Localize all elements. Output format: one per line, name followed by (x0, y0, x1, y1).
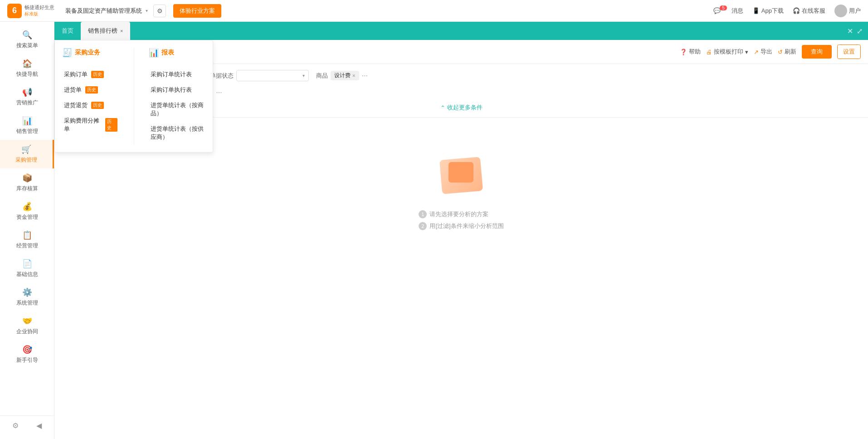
purchase-order-history[interactable]: 历史 (91, 71, 104, 78)
refresh-label: 刷新 (785, 48, 796, 56)
print-btn[interactable]: 🖨 按模板打印 ▾ (706, 48, 748, 56)
sidebar-item-sales[interactable]: 📊 销售管理 (0, 111, 54, 140)
sidebar-item-marketing[interactable]: 📢 营销推广 (0, 83, 54, 111)
collapse-filter-btn[interactable]: ⌃ 收起更多条件 (440, 104, 483, 112)
sidebar-label-system: 系统管理 (16, 299, 38, 307)
goods-filter: 商品 设计费 × ··· (316, 71, 368, 80)
status-label: 单据状态 (210, 72, 234, 80)
marketing-icon: 📢 (22, 87, 32, 97)
report-incoming-supplier-item[interactable]: 进货单统计表（按供应商） (149, 121, 206, 145)
refresh-btn[interactable]: ↺ 刷新 (778, 48, 796, 56)
report-order-exec-item[interactable]: 采购订单执行表 (149, 82, 206, 98)
purchase-incoming-history[interactable]: 历史 (85, 86, 98, 94)
set-button[interactable]: 设置 (837, 44, 861, 59)
purchase-return-item[interactable]: 进货退货 历史 (62, 98, 119, 113)
report-incoming-supplier-label: 进货单统计表（按供应商） (151, 125, 204, 141)
empty-icon (434, 154, 488, 199)
sidebar-item-search[interactable]: 🔍 搜索菜单 (0, 25, 54, 54)
guide-icon: 🎯 (22, 345, 32, 355)
empty-text: 1 请先选择要分析的方案 2 用[过滤]条件来缩小分析范围 (419, 208, 503, 232)
purchase-expense-history[interactable]: 历史 (105, 118, 117, 132)
logo-icon: 6 (7, 4, 22, 18)
sidebar-item-guide[interactable]: 🎯 新手引导 (0, 340, 54, 369)
collapse-btn[interactable]: ◀ (36, 421, 42, 430)
report-col-title: 报表 (161, 49, 174, 57)
system-dropdown-arrow[interactable]: ▾ (146, 8, 148, 13)
sidebar-item-operations[interactable]: 📋 经营管理 (0, 226, 54, 254)
sidebar-label-purchase: 采购管理 (15, 156, 37, 164)
online-service-label: 在线客服 (802, 7, 825, 15)
report-order-stat-label: 采购订单统计表 (151, 70, 192, 79)
tab-close-action[interactable]: ✕ (847, 27, 853, 35)
purchase-incoming-item[interactable]: 进货单 历史 (62, 82, 119, 98)
phone-icon: 📱 (752, 7, 760, 14)
purchase-order-item[interactable]: 采购订单 历史 (62, 67, 119, 82)
help-btn[interactable]: ❓ 帮助 (680, 48, 701, 56)
sidebar-item-finance[interactable]: 💰 资金管理 (0, 197, 54, 226)
headset-icon: 🎧 (793, 7, 800, 14)
sidebar-label-search: 搜索菜单 (16, 42, 38, 49)
status-value[interactable]: ▾ (236, 70, 309, 81)
gear-button[interactable]: ⚙ (153, 5, 166, 17)
inventory-icon: 📦 (22, 173, 32, 183)
status-filter: 单据状态 ▾ (210, 70, 309, 81)
settings-bottom-btn[interactable]: ⚙ (12, 421, 19, 430)
report-incoming-goods-label: 进货单统计表（按商品） (151, 101, 204, 118)
sidebar-item-basic-info[interactable]: 📄 基础信息 (0, 254, 54, 283)
collapse-label: 收起更多条件 (447, 104, 483, 112)
sidebar-item-inventory[interactable]: 📦 库存核算 (0, 168, 54, 197)
goods-tag-close[interactable]: × (352, 73, 356, 79)
purchase-expense-item[interactable]: 采购费用分摊单 历史 (62, 113, 119, 137)
customer-more-btn[interactable]: ··· (216, 89, 222, 97)
system-title-area: 装备及固定资产辅助管理系统 ▾ ⚙ 体验行业方案 (65, 4, 221, 18)
print-dropdown-icon[interactable]: ▾ (745, 49, 748, 55)
purchase-return-history[interactable]: 历史 (91, 102, 104, 109)
col-divider (134, 48, 134, 145)
goods-more-btn[interactable]: ··· (362, 72, 368, 80)
tab-resize-action[interactable]: ⤢ (857, 27, 863, 35)
online-service-btn[interactable]: 🎧 在线客服 (793, 7, 825, 15)
app-download-label: App下载 (761, 7, 784, 15)
goods-label: 商品 (316, 72, 328, 80)
top-bar-right: 💬 5 消息 📱 App下载 🎧 在线客服 用户 (713, 5, 861, 17)
query-button[interactable]: 查询 (802, 45, 832, 59)
refresh-icon: ↺ (778, 49, 783, 55)
tab-home-label: 首页 (62, 27, 73, 35)
report-incoming-goods-item[interactable]: 进货单统计表（按商品） (149, 98, 206, 121)
purchase-return-label: 进货退货 (64, 101, 88, 109)
collapse-arrow-icon: ⌃ (440, 104, 445, 111)
sidebar-label-finance: 资金管理 (16, 213, 38, 221)
report-col-icon: 📊 (149, 48, 159, 58)
sidebar-item-quicknav[interactable]: 🏠 快捷导航 (0, 54, 54, 83)
print-icon: 🖨 (706, 49, 712, 55)
system-title: 装备及固定资产辅助管理系统 (65, 7, 142, 15)
app-download-btn[interactable]: 📱 App下载 (752, 7, 784, 15)
user-btn[interactable]: 用户 (834, 5, 861, 17)
basic-info-icon: 📄 (22, 259, 32, 269)
tab-close-btn[interactable]: × (120, 28, 123, 34)
sidebar-item-system[interactable]: ⚙️ 系统管理 (0, 283, 54, 311)
purchase-col-icon: 🧾 (62, 48, 72, 58)
status-arrow: ▾ (302, 73, 305, 78)
sidebar-label-sales: 销售管理 (16, 128, 38, 135)
sidebar-item-purchase[interactable]: 🛒 采购管理 (0, 140, 54, 168)
empty-hint-1: 1 请先选择要分析的方案 (419, 208, 503, 220)
sidebar-item-corp-collab[interactable]: 🤝 企业协同 (0, 311, 54, 340)
sidebar-label-inventory: 库存核算 (16, 185, 38, 192)
empty-hint-2: 2 用[过滤]条件来缩小分析范围 (419, 220, 503, 232)
industry-btn[interactable]: 体验行业方案 (173, 4, 221, 18)
sales-icon: 📊 (22, 116, 32, 126)
message-btn[interactable]: 💬 5 消息 (713, 7, 743, 15)
search-icon: 🔍 (22, 30, 32, 40)
message-label: 消息 (731, 7, 743, 15)
tab-home[interactable]: 首页 (54, 22, 81, 40)
logo-badge: 标准版 (24, 11, 54, 17)
sidebar-label-corp-collab: 企业协同 (16, 328, 38, 335)
help-icon: ❓ (680, 49, 687, 55)
report-col-header: 📊 报表 (149, 48, 206, 61)
report-order-stat-item[interactable]: 采购订单统计表 (149, 67, 206, 82)
purchase-expense-label: 采购费用分摊单 (64, 117, 102, 133)
tab-sales-rank[interactable]: 销售排行榜 × (81, 22, 130, 40)
export-btn[interactable]: ↗ 导出 (754, 48, 772, 56)
collab-icon: 🤝 (22, 316, 32, 326)
